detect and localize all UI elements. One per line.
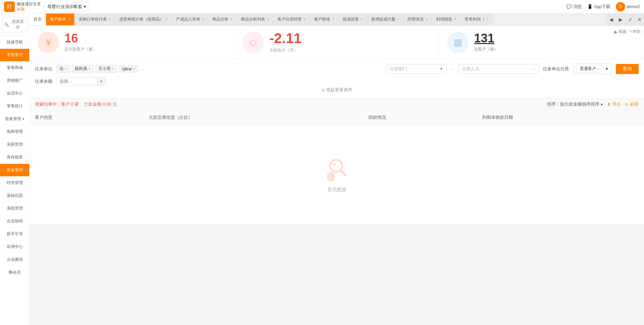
sort-button[interactable]: 排序：按欠款金额倒序排序 ▾ [547,101,603,107]
sidebar-item-basic-info[interactable]: 基础信息 [0,189,29,202]
logo-icon: 好 [4,1,15,12]
tab-close-icon[interactable]: × [267,17,269,21]
sidebar-item-retail-stats[interactable]: 零售统计 [0,100,29,113]
tab-product-analysis-list[interactable]: 商品分析列表 × [237,13,273,25]
export-icon: ⬆ [607,102,611,107]
tab-close-icon[interactable]: × [426,17,428,21]
yuan-icon: ¥ [46,37,51,48]
tag-close-cjttcw[interactable]: × [133,67,135,71]
sidebar-item-enterprise-coop[interactable]: 企业协同 [0,215,29,228]
sidebar-item-quick-nav[interactable]: 快捷导航 [0,36,29,49]
category-tag-close[interactable]: × [597,67,599,71]
tag-close-chen[interactable]: × [88,67,90,71]
filter-row-1: 往来单位 伍 × 陈民强 × 王小亮 × [35,63,639,74]
dept-more-icon: ··· [450,66,454,71]
message-icon: 💬 [566,4,572,9]
sidebar-item-new-user[interactable]: 新手引导 [0,228,29,241]
query-button[interactable]: 查询 [616,64,639,74]
filter-tag-wang: 王小亮 × [95,65,117,73]
message-btn[interactable]: 💬 消息 [566,4,582,10]
balance-select[interactable]: ▾ [56,77,105,85]
sidebar-item-capital-mgmt[interactable]: 资金管理 [0,164,29,177]
balance-input[interactable] [57,77,97,85]
sidebar-item-enterprise-wechat[interactable]: 企业微信 [0,253,29,266]
tab-product-analysis[interactable]: 商品分析 × [208,13,237,25]
tabs-next-btn[interactable]: ▶ [616,13,625,26]
stat-icon-3: ▦ [447,32,469,53]
diamond-icon: ◇ [250,37,257,48]
tab-inbound-stats[interactable]: 进货单统计表（按商品） × [115,13,172,25]
tag-close-wang[interactable]: × [112,67,114,71]
tab-product-inbound[interactable]: 产成品入库单 × [172,13,209,25]
sidebar-item-member-center[interactable]: 会员中心 [0,87,29,100]
tab-profit-report[interactable]: 利润报告 × [432,13,461,25]
app-download-btn[interactable]: 📱 App下载 [587,4,610,10]
sidebar-item-batch-mgmt[interactable]: 批发管理 ▾ [0,113,29,125]
play-icon: ▶ [614,30,617,34]
stat-help-area: ▶ 视频 ? 帮助 [614,29,641,35]
tab-close-icon[interactable]: × [109,17,111,21]
user-menu[interactable]: D demo2 [616,2,640,11]
tab-customer-account[interactable]: 客户账本 × [46,13,75,25]
category-select[interactable]: 普通客户 × ▾ [573,63,612,74]
content-area: 首页 客户账本 × 采购订单统计表 × 进货单统计表（按商品） × 产成品入库单… [30,13,644,325]
tab-close-icon[interactable]: × [361,17,363,21]
tab-reminder-settings[interactable]: 提成设置 × [339,13,367,25]
sidebar-item-purchase-mgmt[interactable]: 采购管理 [0,138,29,151]
tab-close-icon[interactable]: × [230,17,232,21]
search-menu-button[interactable]: 🔍 搜索菜单 [2,17,27,32]
help-btn[interactable]: ? 帮助 [629,29,641,35]
sidebar-item-inventory[interactable]: 库存核算 [0,151,29,164]
org-selector[interactable]: 母婴行业演示帐套 ▾ [44,2,90,11]
tab-new-reminder[interactable]: 新增提成方案 × [367,13,404,25]
tabs-close-all-btn[interactable]: ✕ [635,13,644,26]
tab-close-icon[interactable]: × [202,17,204,21]
tab-close-icon[interactable]: × [304,17,306,21]
tabs-prev-btn[interactable]: ◀ [606,13,616,26]
filter-more-btn[interactable]: ... [140,66,144,71]
table-header: 客户信息 欠款交易信息（占比） 回款情况 到期未收款日期 [30,110,644,125]
export-button[interactable]: ⬆ 导出 [607,101,621,107]
tab-close-icon[interactable]: × [487,17,489,21]
chevron-down-icon: ▾ [23,117,24,121]
sidebar-item-marketing[interactable]: 营销推广 [0,74,29,87]
tag-close-wu[interactable]: × [65,67,67,71]
tab-customer-tier[interactable]: 客户分层经营 × [273,13,310,25]
top-bar: 好 畅捷通好生意 标版 母婴行业演示帐套 ▾ 💬 消息 📱 App下载 D de… [0,0,644,13]
tab-close-icon[interactable]: × [332,17,334,21]
tab-close-icon[interactable]: × [166,17,168,21]
tab-purchase-order[interactable]: 采购订单统计表 × [75,13,115,25]
sidebar-item-ecom-mgmt[interactable]: 电商管理 [0,125,29,138]
tab-home[interactable]: 首页 [30,13,46,25]
person-select[interactable]: 分管人员 ··· [458,64,539,74]
balance-chevron-icon[interactable]: ▾ [97,77,105,85]
chevron-down-icon: ▾ [84,4,86,9]
collapse-up-icon: ∧ [321,87,325,93]
sidebar-item-app-center[interactable]: 应用中心 [0,241,29,253]
refresh-icon: ↻ [625,102,629,107]
tab-retail-profit[interactable]: 零售利润（ × [461,13,493,25]
sidebar-item-system-mgmt[interactable]: 系统管理 [0,202,29,215]
sidebar-item-retail-mall[interactable]: 零售商城 [0,62,29,74]
building-icon: ▦ [454,37,462,48]
tab-close-icon[interactable]: × [397,17,399,21]
empty-search-icon [324,156,350,183]
filter-area: 往来单位 伍 × 陈民强 × 王小亮 × [30,59,644,99]
sidebar-item-vip-member[interactable]: 畅会员 [0,266,29,279]
collapse-button[interactable]: ∧ 收起更多条件 [321,87,352,93]
top-bar-right: 💬 消息 📱 App下载 D demo2 [566,2,640,11]
results-bar: 搜索结果中，客户 0 家 欠款金额 0.00 元 排序：按欠款金额倒序排序 ▾ … [30,99,644,110]
tab-ops-situation[interactable]: 经营情况 × [403,13,432,25]
tab-customer-contact[interactable]: 客户联络 × [310,13,339,25]
dept-select[interactable]: 分管部门 ▾ [386,64,446,74]
sidebar-item-ops-mgmt[interactable]: 经营管理 [0,177,29,189]
sidebar-item-retail-mgmt[interactable]: 零售管理 [0,49,29,62]
category-chevron-icon: ▾ [606,66,608,71]
stat-text-1: 16 总欠款客户（家） [65,32,97,52]
tab-close-icon[interactable]: × [454,17,456,21]
refresh-button[interactable]: ↻ 刷新 [625,101,639,107]
dept-chevron-icon: ▾ [440,66,443,71]
video-btn[interactable]: ▶ 视频 [614,29,627,35]
tabs-expand-btn[interactable]: ⤢ [625,13,635,26]
tab-close-icon[interactable]: × [68,17,70,21]
